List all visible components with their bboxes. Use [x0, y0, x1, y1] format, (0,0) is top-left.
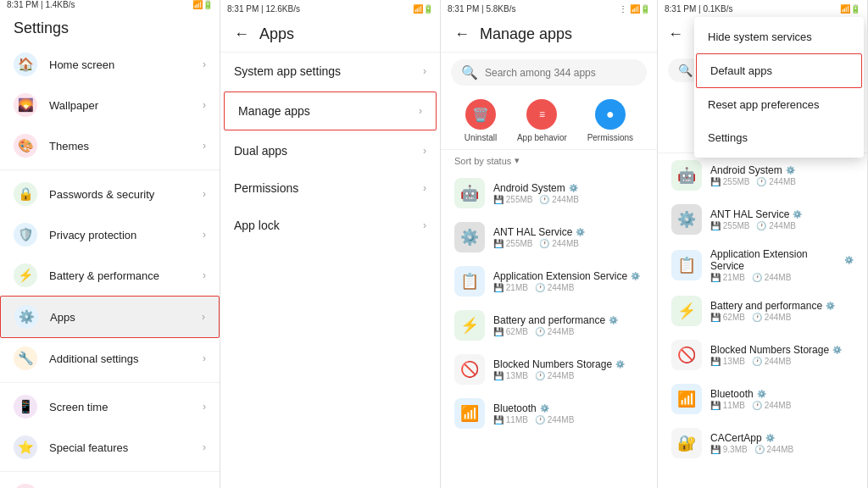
permissions-icon: ●: [595, 99, 626, 130]
p4-blocked-info: Blocked Numbers Storage ⚙️ 💾 13MB 🕐 244M…: [710, 344, 854, 366]
apps-menu-item-app-lock[interactable]: App lock ›: [220, 207, 440, 244]
status-bar-3: 8:31 PM | 5.8KB/s ⋮ 📶🔋: [441, 0, 657, 17]
context-menu-item-reset[interactable]: Reset app preferences: [694, 88, 864, 121]
apps-menu-item-system-app-settings[interactable]: System app settings ›: [220, 53, 440, 90]
sidebar-item-special[interactable]: ⭐ Special features ›: [0, 427, 220, 468]
sidebar-item-apps[interactable]: ⚙️ Apps ›: [0, 296, 220, 338]
home-screen-label: Home screen: [49, 58, 203, 71]
apps-panel-header: ← Apps: [220, 17, 440, 53]
apps-panel: 8:31 PM | 12.6KB/s 📶🔋 ← Apps System app …: [220, 0, 441, 488]
icons-4: 📶🔋: [840, 4, 860, 14]
sidebar-item-screen-time[interactable]: 📱 Screen time ›: [0, 386, 220, 427]
permissions-button[interactable]: ● Permissions: [587, 99, 633, 142]
list-item[interactable]: ⚙️ ANT HAL Service ⚙️ 💾 255MB 🕐 244MB: [441, 215, 657, 259]
back-button-2[interactable]: ←: [234, 25, 249, 43]
dual-apps-label: Dual apps: [234, 144, 423, 158]
sort-bar-3[interactable]: Sort by status ▾: [441, 150, 657, 171]
sidebar-item-privacy[interactable]: 🛡️ Privacy protection ›: [0, 214, 220, 255]
battery-perf-name: Battery and performance ⚙️: [493, 314, 643, 326]
p4-battery-info: Battery and performance ⚙️ 💾 62MB 🕐 244M…: [710, 300, 854, 322]
sidebar-item-battery[interactable]: ⚡ Battery & performance ›: [0, 255, 220, 296]
sidebar-item-additional[interactable]: 🔧 Additional settings ›: [0, 338, 220, 379]
manage-apps-context-panel: 8:31 PM | 0.1KB/s 📶🔋 ← M 🔍 🗑️ Uninstall …: [658, 0, 868, 488]
p4-cacert-name: CACertApp ⚙️: [710, 432, 854, 444]
blocked-num-info: Blocked Numbers Storage ⚙️ 💾 13MB 🕐 244M…: [493, 358, 643, 380]
list-item[interactable]: ⚡ Battery and performance ⚙️ 💾 62MB 🕐 24…: [441, 303, 657, 347]
chevron-permissions: ›: [423, 182, 426, 194]
chevron-battery: ›: [203, 269, 206, 281]
status-bar-2: 8:31 PM | 12.6KB/s 📶🔋: [220, 0, 440, 17]
search-icon-3: 🔍: [461, 64, 478, 80]
ant-hal-meta: 💾 255MB 🕐 244MB: [493, 239, 643, 248]
p4-bluetooth-icon: 📶: [671, 384, 702, 414]
p4-android-info: Android System ⚙️ 💾 255MB 🕐 244MB: [710, 164, 854, 186]
settings-list: 🏠 Home screen › 🌄 Wallpaper › 🎨 Themes ›…: [0, 44, 220, 488]
chevron-app-lock: ›: [423, 219, 426, 231]
icons-3: ⋮ 📶🔋: [619, 4, 650, 14]
bluetooth-name: Bluetooth ⚙️: [493, 402, 643, 414]
chevron-system: ›: [423, 65, 426, 77]
battery-perf-icon: ⚡: [454, 310, 485, 341]
list-item[interactable]: ⚙️ ANT HAL Service ⚙️ 💾 255MB 🕐 244MB: [658, 197, 867, 241]
icons-1: 📶🔋: [192, 0, 213, 9]
list-item[interactable]: 📶 Bluetooth ⚙️ 💾 11MB 🕐 244MB: [658, 377, 867, 421]
apps-menu-item-permissions[interactable]: Permissions ›: [220, 169, 440, 207]
manage-apps-header: ← Manage apps: [441, 17, 657, 53]
back-button-3[interactable]: ←: [454, 25, 470, 43]
blocked-num-meta: 💾 13MB 🕐 244MB: [493, 371, 643, 380]
app-behavior-icon: ≡: [526, 99, 557, 130]
context-menu-item-hide-system[interactable]: Hide system services: [694, 20, 864, 53]
uninstall-label: Uninstall: [465, 133, 497, 142]
sidebar-item-mi-account[interactable]: 👤 Mi Account 5150991326: [0, 475, 220, 488]
uninstall-icon: 🗑️: [465, 99, 496, 130]
back-button-4[interactable]: ←: [668, 25, 683, 43]
list-item[interactable]: 🤖 Android System ⚙️ 💾 255MB 🕐 244MB: [441, 171, 657, 215]
list-item[interactable]: 📋 Application Extension Service ⚙️ 💾 21M…: [658, 241, 867, 289]
chevron-home: ›: [203, 58, 206, 70]
p4-blocked-name: Blocked Numbers Storage ⚙️: [710, 344, 854, 356]
sidebar-item-themes[interactable]: 🎨 Themes ›: [0, 125, 220, 166]
blocked-num-icon: 🚫: [454, 354, 485, 385]
p4-ext-icon: 📋: [671, 250, 702, 280]
list-item[interactable]: 🚫 Blocked Numbers Storage ⚙️ 💾 13MB 🕐 24…: [658, 333, 867, 377]
apps-menu-item-dual-apps[interactable]: Dual apps ›: [220, 132, 440, 169]
search-input-3[interactable]: [485, 67, 637, 79]
screen-time-icon: 📱: [14, 395, 37, 419]
chevron-themes: ›: [203, 140, 206, 152]
apps-label: Apps: [50, 311, 202, 324]
list-item[interactable]: 🚫 Blocked Numbers Storage ⚙️ 💾 13MB 🕐 24…: [441, 347, 657, 391]
sidebar-item-home-screen[interactable]: 🏠 Home screen ›: [0, 44, 220, 85]
app-behavior-button[interactable]: ≡ App behavior: [517, 99, 567, 142]
list-item[interactable]: 📶 Bluetooth ⚙️ 💾 11MB 🕐 244MB: [441, 391, 657, 435]
themes-icon: 🎨: [14, 134, 37, 158]
chevron-special: ›: [203, 441, 206, 453]
list-item[interactable]: ⚡ Battery and performance ⚙️ 💾 62MB 🕐 24…: [658, 289, 867, 333]
android-system-icon: 🤖: [454, 178, 485, 208]
chevron-wallpaper: ›: [203, 99, 206, 111]
bluetooth-icon: 📶: [454, 398, 485, 429]
uninstall-button[interactable]: 🗑️ Uninstall: [465, 99, 497, 142]
icons-2: 📶🔋: [413, 4, 433, 14]
sidebar-item-passwords[interactable]: 🔒 Passwords & security ›: [0, 174, 220, 214]
privacy-icon: 🛡️: [14, 223, 37, 247]
chevron-dual: ›: [423, 145, 426, 157]
chevron-privacy: ›: [203, 229, 206, 241]
sidebar-item-wallpaper[interactable]: 🌄 Wallpaper ›: [0, 85, 220, 125]
additional-label: Additional settings: [49, 352, 203, 365]
time-3: 8:31 PM | 5.8KB/s: [448, 4, 515, 14]
list-item[interactable]: 🔐 CACertApp ⚙️ 💾 9.3MB 🕐 244MB: [658, 421, 867, 465]
wallpaper-label: Wallpaper: [49, 99, 203, 112]
p4-ext-name: Application Extension Service ⚙️: [710, 248, 854, 272]
action-icons: 🗑️ Uninstall ≡ App behavior ● Permission…: [441, 92, 657, 150]
chevron-manage: ›: [419, 105, 422, 117]
search-bar-3[interactable]: 🔍: [451, 59, 647, 86]
list-item[interactable]: 🤖 Android System ⚙️ 💾 255MB 🕐 244MB: [658, 153, 867, 197]
context-menu-item-settings[interactable]: Settings: [694, 121, 864, 154]
p4-cacert-icon: 🔐: [671, 428, 702, 458]
mi-account-icon: 👤: [14, 484, 37, 488]
apps-menu-item-manage-apps[interactable]: Manage apps ›: [224, 92, 437, 130]
list-item[interactable]: 📋 Application Extension Service ⚙️ 💾 21M…: [441, 259, 657, 303]
p4-ext-info: Application Extension Service ⚙️ 💾 21MB …: [710, 248, 854, 282]
blocked-num-name: Blocked Numbers Storage ⚙️: [493, 358, 643, 370]
context-menu-item-default-apps[interactable]: Default apps: [696, 53, 862, 88]
